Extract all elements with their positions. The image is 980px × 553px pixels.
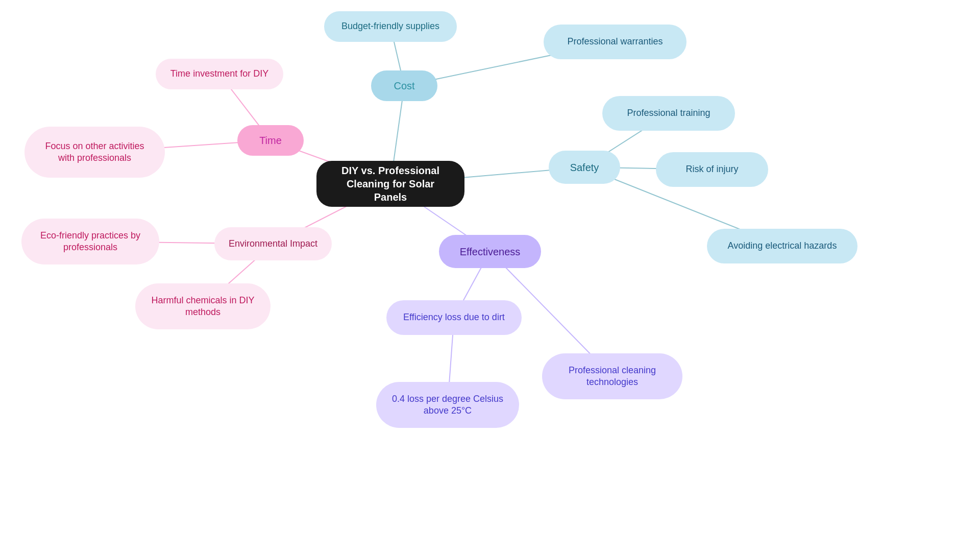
prof-warranties-node: Professional warranties [544,25,687,59]
environmental-node: Environmental Impact [214,227,332,260]
center-node: DIY vs. Professional Cleaning for Solar … [316,161,464,207]
eco-friendly-node: Eco-friendly practices by professionals [21,219,159,265]
prof-cleaning-tech-node: Professional cleaning technologies [542,353,682,399]
avoid-electrical-node: Avoiding electrical hazards [707,229,857,263]
cost-node: Cost [371,70,437,101]
budget-supplies-node: Budget-friendly supplies [324,11,457,42]
time-investment-node: Time investment for DIY [156,59,283,89]
harmful-chemicals-node: Harmful chemicals in DIY methods [135,283,271,329]
efficiency-loss-node: Efficiency loss due to dirt [386,300,522,335]
prof-training-node: Professional training [602,96,735,131]
focus-other-node: Focus on other activities with professio… [24,127,165,178]
time-node: Time [237,125,304,156]
safety-node: Safety [549,151,620,184]
loss-per-degree-node: 0.4 loss per degree Celsius above 25°C [376,382,519,428]
risk-injury-node: Risk of injury [656,152,768,187]
effectiveness-node: Effectiveness [439,235,541,268]
